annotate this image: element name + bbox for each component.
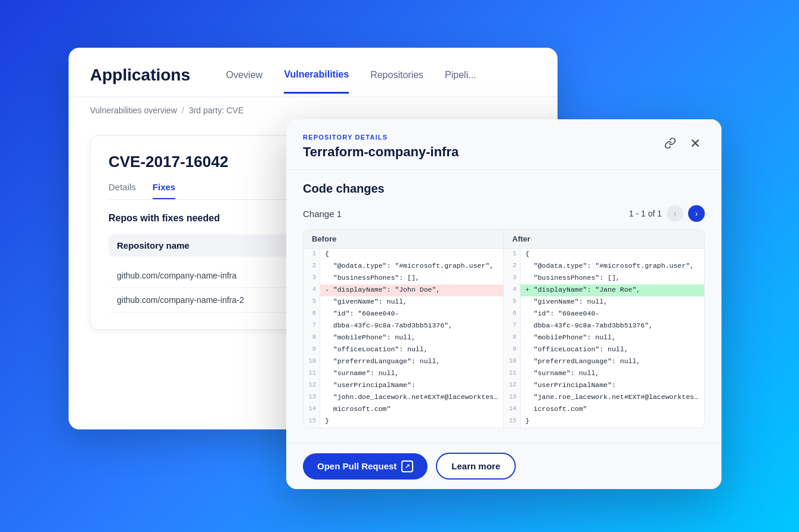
diff-line: 13 "jane.roe_lacework.net#EXT#@laceworkt…: [504, 392, 704, 404]
diff-line: 6 "id": "60aee040-: [504, 308, 704, 320]
tab-overview[interactable]: Oveview: [226, 70, 262, 92]
diff-line: 9 "officeLocation": null,: [504, 344, 704, 356]
learn-more-button[interactable]: Learn more: [436, 453, 516, 480]
tab-pipelines[interactable]: Pipeli...: [445, 70, 476, 92]
diff-line: 11 "surname": null,: [304, 368, 503, 380]
repo-details-header: REPOSITORY DETAILS Terraform-company-inf…: [286, 119, 721, 170]
link-icon[interactable]: [661, 134, 680, 153]
repo-details-label: REPOSITORY DETAILS: [303, 134, 459, 141]
repository-details-card: REPOSITORY DETAILS Terraform-company-inf…: [286, 119, 721, 489]
cve-tab-details[interactable]: Details: [109, 182, 136, 199]
app-title: Applications: [90, 66, 190, 97]
diff-container: Before 1{ 2 "@odata.type": "#microsoft.g…: [303, 229, 705, 428]
diff-line: 13 "john.doe_lacework.net#EXT#@laceworkt…: [304, 392, 503, 404]
code-changes-title: Code changes: [303, 182, 705, 196]
diff-before-side: Before 1{ 2 "@odata.type": "#microsoft.g…: [304, 230, 504, 428]
diff-line: 8 "mobilePhone": null,: [304, 332, 503, 344]
close-icon[interactable]: [686, 134, 705, 153]
diff-line: 2 "@odata.type": "#microsoft.graph.user"…: [304, 261, 503, 273]
diff-after-side: After 1{ 2 "@odata.type": "#microsoft.gr…: [504, 230, 704, 428]
diff-line: 15}: [504, 416, 704, 428]
diff-line: 14 icrosoft.com": [504, 404, 704, 416]
diff-line: 2 "@odata.type": "#microsoft.graph.user"…: [504, 261, 704, 273]
prev-page-button[interactable]: ‹: [667, 205, 683, 222]
change-label: Change 1: [303, 209, 342, 219]
diff-line: 7 dbba-43fc-9c8a-7abd3bb51376",: [304, 320, 503, 332]
diff-line: 5 "givenName": null,: [304, 296, 503, 308]
diff-line: 3 "businessPhones": [],: [304, 273, 503, 284]
diff-line-added: 4+ "displayName": "Jane Roe",: [504, 284, 704, 296]
diff-line: 1{: [504, 249, 704, 261]
diff-after-header: After: [504, 230, 704, 249]
diff-line: 1{: [304, 249, 503, 261]
open-pull-request-label: Open Pull Request: [317, 461, 397, 471]
diff-line: 3 "businessPhones": [],: [504, 273, 704, 284]
nav-tabs: Oveview Vulnerabilities Repositories Pip…: [226, 69, 476, 94]
breadcrumb-separator: /: [182, 106, 184, 115]
tab-vulnerabilities[interactable]: Vulnerabilities: [284, 69, 349, 94]
repo-name-title: Terraform-company-infra: [303, 144, 459, 160]
diff-line: 10 "preferredLanguage": null,: [304, 356, 503, 368]
app-header: Applications Oveview Vulnerabilities Rep…: [69, 48, 558, 97]
diff-line: 10 "preferredLanguage": null,: [504, 356, 704, 368]
diff-line: 11 "surname": null,: [504, 368, 704, 380]
breadcrumb-part2[interactable]: 3rd party: CVE: [189, 106, 244, 115]
tab-repositories[interactable]: Repositories: [370, 70, 423, 92]
diff-line: 5 "givenName": null,: [504, 296, 704, 308]
diff-line: 6 "id": "60aee040-: [304, 308, 503, 320]
diff-before-header: Before: [304, 230, 503, 249]
open-pull-request-button[interactable]: Open Pull Request ↗: [303, 453, 428, 480]
diff-line: 15}: [304, 416, 503, 428]
diff-line: 7 dbba-43fc-9c8a-7abd3bb51376",: [504, 320, 704, 332]
diff-line: 8 "mobilePhone": null,: [504, 332, 704, 344]
breadcrumb-part1[interactable]: Vulnerabilities overview: [90, 106, 177, 115]
next-page-button[interactable]: ›: [688, 205, 705, 222]
change-header: Change 1 1 - 1 of 1 ‹ ›: [303, 205, 705, 222]
diff-after-lines: 1{ 2 "@odata.type": "#microsoft.graph.us…: [504, 249, 704, 428]
diff-line: 12 "userPrincipalName":: [304, 380, 503, 392]
external-link-icon: ↗: [401, 460, 413, 472]
diff-line: 14 microsoft.com": [304, 404, 503, 416]
cve-tab-fixes[interactable]: Fixes: [153, 182, 175, 199]
repo-details-footer: Open Pull Request ↗ Learn more: [286, 443, 721, 489]
diff-line: 12 "userPrincipalName":: [504, 380, 704, 392]
pagination: 1 - 1 of 1 ‹ ›: [629, 205, 705, 222]
diff-line-removed: 4- "displayName": "John Doe",: [304, 284, 503, 296]
diff-line: 9 "officeLocation": null,: [304, 344, 503, 356]
repo-details-body: Code changes Change 1 1 - 1 of 1 ‹ › Bef…: [286, 170, 721, 443]
pagination-text: 1 - 1 of 1: [629, 209, 662, 218]
diff-before-lines: 1{ 2 "@odata.type": "#microsoft.graph.us…: [304, 249, 503, 428]
